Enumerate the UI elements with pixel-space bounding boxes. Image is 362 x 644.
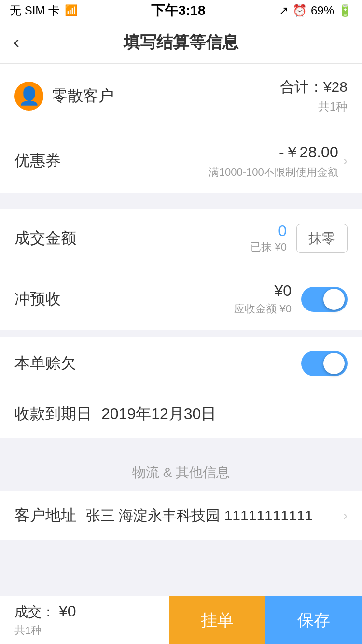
debt-label: 本单赊欠 (14, 353, 76, 374)
customer-right: 合计：¥28 共1种 (280, 77, 348, 114)
prepay-amounts: ¥0 应收金额 ¥0 (234, 282, 292, 316)
total-count: 共1种 (280, 99, 348, 114)
avatar: 👤 (14, 82, 43, 111)
due-date-row: 收款到期日 2019年12月30日 (0, 390, 362, 438)
bottom-transaction-row: 成交： ¥0 (14, 602, 154, 621)
bottom-spacer (0, 547, 362, 596)
nav-bar: ‹ 填写结算等信息 (0, 21, 362, 64)
divider-line-right (254, 473, 348, 473)
separator-1 (0, 201, 362, 209)
wifi-icon: 📶 (65, 4, 78, 17)
customer-name: 零散客户 (52, 85, 114, 107)
page-title: 填写结算等信息 (124, 31, 238, 54)
address-chevron-icon: › (343, 508, 348, 523)
coupon-label: 优惠券 (14, 150, 61, 171)
status-left: 无 SIM 卡 📶 (10, 3, 78, 18)
already-rounded-text: 已抹 ¥0 (251, 240, 287, 254)
coupon-discount: -￥28.00 (209, 142, 338, 163)
address-value: 张三 海淀永丰科技园 11111111111 (86, 506, 343, 526)
status-time: 下午3:18 (151, 1, 205, 20)
alarm-icon: ⏰ (292, 4, 307, 17)
pending-button-label: 挂单 (201, 609, 234, 631)
prepayment-row: 冲预收 ¥0 应收金额 ¥0 (14, 268, 348, 330)
prepayment-right: ¥0 应收金额 ¥0 (234, 282, 348, 316)
status-bar: 无 SIM 卡 📶 下午3:18 ↗ ⏰ 69% 🔋 (0, 0, 362, 21)
debt-toggle-knob (323, 353, 345, 374)
debt-section: 本单赊欠 收款到期日 2019年12月30日 (0, 337, 362, 438)
prepay-amount-value: ¥0 (234, 282, 292, 300)
bottom-count: 共1种 (14, 623, 154, 638)
status-right: ↗ ⏰ 69% 🔋 (279, 4, 352, 17)
battery-icon: 🔋 (338, 4, 352, 17)
bottom-info: 成交： ¥0 共1种 (0, 602, 169, 638)
logistics-divider: 物流 & 其他信息 (0, 454, 362, 491)
logistics-label: 物流 & 其他信息 (132, 463, 230, 482)
carrier-label: 无 SIM 卡 (10, 3, 60, 18)
divider-line-left (14, 473, 108, 473)
save-button[interactable]: 保存 (265, 596, 362, 644)
pending-button[interactable]: 挂单 (169, 596, 265, 644)
coupon-right: -￥28.00 满1000-100不限制使用金额 › (209, 142, 348, 180)
transaction-right: 0 已抹 ¥0 抹零 (251, 222, 348, 254)
bottom-transaction-amount: ¥0 (59, 602, 76, 620)
debt-row: 本单赊欠 (0, 337, 362, 390)
coupon-desc: 满1000-100不限制使用金额 (209, 165, 338, 180)
transaction-amount-label: 成交金额 (14, 228, 76, 249)
address-row[interactable]: 客户地址 张三 海淀永丰科技园 11111111111 › (0, 491, 362, 540)
customer-section: 👤 零散客户 合计：¥28 共1种 优惠券 -￥28.00 满1000-100不… (0, 64, 362, 193)
customer-row: 👤 零散客户 合计：¥28 共1种 (0, 64, 362, 128)
debt-toggle[interactable] (301, 351, 348, 376)
transaction-amount-row: 成交金额 0 已抹 ¥0 抹零 (14, 209, 348, 268)
transaction-amount-value: 0 (278, 222, 287, 239)
prepay-receivable: 应收金额 ¥0 (234, 302, 292, 316)
address-section: 客户地址 张三 海淀永丰科技园 11111111111 › (0, 491, 362, 540)
transaction-section: 成交金额 0 已抹 ¥0 抹零 冲预收 ¥0 应收金额 ¥0 (0, 209, 362, 330)
round-button[interactable]: 抹零 (296, 224, 348, 253)
due-date-label: 收款到期日 (14, 404, 92, 425)
due-date-value: 2019年12月30日 (101, 404, 216, 425)
separator-3 (0, 446, 362, 454)
prepayment-label: 冲预收 (14, 289, 61, 310)
save-button-label: 保存 (297, 609, 330, 631)
location-icon: ↗ (279, 4, 289, 17)
prepayment-toggle[interactable] (301, 287, 348, 312)
back-button[interactable]: ‹ (14, 32, 19, 53)
coupon-right-inner: -￥28.00 满1000-100不限制使用金额 (209, 142, 338, 180)
bottom-transaction-label: 成交： (14, 603, 55, 621)
bottom-bar: 成交： ¥0 共1种 挂单 保存 (0, 596, 362, 644)
chevron-right-icon: › (343, 153, 348, 168)
battery-label: 69% (311, 4, 334, 17)
avatar-icon: 👤 (18, 86, 40, 106)
coupon-row[interactable]: 优惠券 -￥28.00 满1000-100不限制使用金额 › (0, 128, 362, 193)
address-label: 客户地址 (14, 505, 76, 526)
total-amount: 合计：¥28 (280, 77, 348, 97)
toggle-knob (323, 289, 345, 310)
customer-left: 👤 零散客户 (14, 82, 114, 111)
separator-2 (0, 330, 362, 337)
